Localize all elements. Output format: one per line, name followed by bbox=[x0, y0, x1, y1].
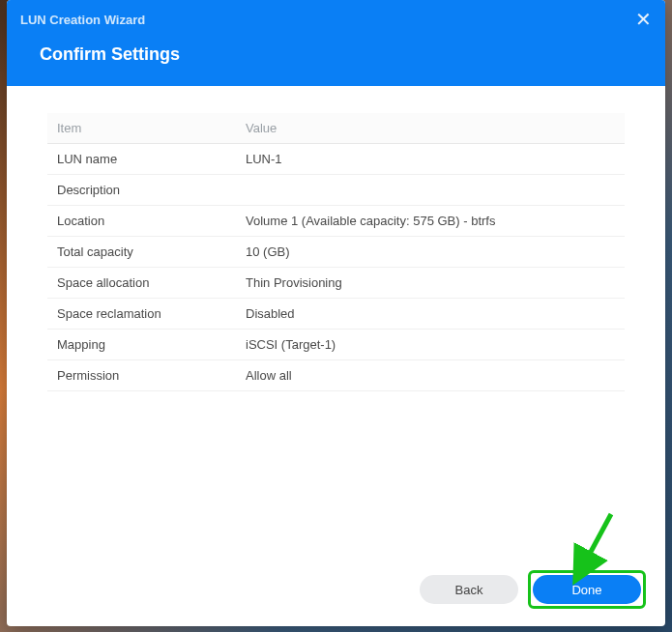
table-row: Description bbox=[47, 175, 625, 206]
cell-item: Space allocation bbox=[47, 268, 236, 299]
done-button[interactable]: Done bbox=[533, 575, 641, 604]
modal-header: LUN Creation Wizard ✕ Confirm Settings bbox=[7, 0, 665, 86]
table-row: Space allocation Thin Provisioning bbox=[47, 268, 625, 299]
table-row: Mapping iSCSI (Target-1) bbox=[47, 330, 625, 360]
table-row: Location Volume 1 (Available capacity: 5… bbox=[47, 206, 625, 237]
page-title: Confirm Settings bbox=[7, 33, 665, 86]
cell-value: LUN-1 bbox=[236, 144, 625, 175]
close-icon[interactable]: ✕ bbox=[635, 10, 652, 29]
cell-item: Location bbox=[47, 206, 236, 237]
table-header-row: Item Value bbox=[47, 113, 625, 144]
table-row: Total capacity 10 (GB) bbox=[47, 237, 625, 268]
cell-value: 10 (GB) bbox=[236, 237, 625, 268]
done-highlight-annotation: Done bbox=[528, 570, 646, 609]
cell-value: Volume 1 (Available capacity: 575 GB) - … bbox=[236, 206, 625, 237]
cell-item: Permission bbox=[47, 360, 236, 391]
col-item: Item bbox=[47, 113, 236, 144]
cell-value: iSCSI (Target-1) bbox=[236, 330, 625, 360]
modal-footer: Back Done bbox=[7, 557, 665, 626]
modal-body: Item Value LUN name LUN-1 Description Lo… bbox=[7, 86, 665, 557]
header-top: LUN Creation Wizard ✕ bbox=[7, 0, 665, 33]
wizard-modal: LUN Creation Wizard ✕ Confirm Settings I… bbox=[7, 0, 665, 626]
settings-table: Item Value LUN name LUN-1 Description Lo… bbox=[47, 113, 625, 391]
cell-value: Disabled bbox=[236, 299, 625, 330]
cell-item: Description bbox=[47, 175, 236, 206]
wizard-title: LUN Creation Wizard bbox=[20, 13, 145, 27]
back-button[interactable]: Back bbox=[420, 575, 518, 604]
table-row: Space reclamation Disabled bbox=[47, 299, 625, 330]
col-value: Value bbox=[236, 113, 625, 144]
cell-item: LUN name bbox=[47, 144, 236, 175]
cell-value: Allow all bbox=[236, 360, 625, 391]
cell-item: Space reclamation bbox=[47, 299, 236, 330]
cell-item: Total capacity bbox=[47, 237, 236, 268]
table-row: LUN name LUN-1 bbox=[47, 144, 625, 175]
cell-value: Thin Provisioning bbox=[236, 268, 625, 299]
cell-item: Mapping bbox=[47, 330, 236, 360]
table-row: Permission Allow all bbox=[47, 360, 625, 391]
cell-value bbox=[236, 175, 625, 206]
